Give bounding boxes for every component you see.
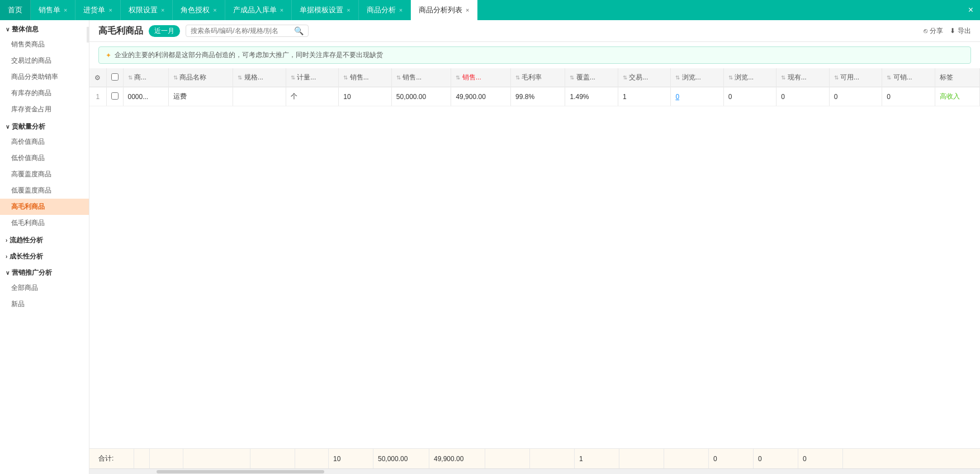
cell-trade-count: 1 xyxy=(618,87,670,106)
sidebar-group-trend[interactable]: › 流趋性分析 xyxy=(0,231,89,247)
table-header-row: ⚙ ⇅ 商... ⇅ 商品名称 xyxy=(89,68,980,87)
table-row: 1 0000... 运费 个 10 50,000.00 49,900.00 99… xyxy=(89,87,980,106)
th-current-stock[interactable]: ⇅ 现有... xyxy=(777,68,829,87)
content-header: 高毛利商品 近一月 🔍 ⎋ 分享 ⬇ 导出 xyxy=(89,20,980,42)
cell-code: 0000... xyxy=(123,87,168,106)
search-icon[interactable]: 🔍 xyxy=(294,26,304,35)
cell-tag: 高收入 xyxy=(935,87,979,106)
sidebar-item-in-stock-goods[interactable]: 有库存的商品 xyxy=(0,85,89,101)
data-table-container: ⚙ ⇅ 商... ⇅ 商品名称 xyxy=(89,68,980,448)
gear-icon[interactable]: ⚙ xyxy=(94,74,101,82)
sidebar-item-traded-goods[interactable]: 交易过的商品 xyxy=(0,53,89,69)
close-template-settings[interactable]: × xyxy=(347,7,350,13)
select-all-checkbox[interactable] xyxy=(111,73,119,81)
close-all-tabs[interactable]: × xyxy=(968,5,973,15)
total-cell-sales-amount: 50,000.00 xyxy=(373,449,429,468)
scrollbar-thumb[interactable] xyxy=(157,470,324,473)
th-sales-cost[interactable]: ⇅ 销售... xyxy=(451,68,511,87)
sidebar-group-growth[interactable]: › 成长性分析 xyxy=(0,247,89,264)
th-sales-qty[interactable]: ⇅ 销售... xyxy=(339,68,391,87)
total-cell-browse1 xyxy=(619,449,664,468)
sidebar: « ∨ 整体信息 销售类商品 交易过的商品 商品分类助销率 有库存的商品 库存资… xyxy=(0,20,89,474)
total-cell-sales-qty: 10 xyxy=(329,449,373,468)
th-coverage[interactable]: ⇅ 覆盖... xyxy=(565,68,618,87)
total-cell-spec xyxy=(250,449,295,468)
th-checkbox[interactable] xyxy=(106,68,123,87)
sidebar-item-category-sales-rate[interactable]: 商品分类助销率 xyxy=(0,69,89,85)
sidebar-item-all-goods[interactable]: 全部商品 xyxy=(0,280,89,296)
total-cell-sellable-stock: 0 xyxy=(798,449,843,468)
close-product-analysis[interactable]: × xyxy=(399,7,403,13)
nav-product-inbound[interactable]: 产成品入库单 × xyxy=(225,0,292,20)
sidebar-item-sales-goods[interactable]: 销售类商品 xyxy=(0,36,89,53)
row-checkbox[interactable] xyxy=(111,92,119,100)
total-cell-coverage xyxy=(530,449,575,468)
th-spec[interactable]: ⇅ 规格... xyxy=(233,68,286,87)
th-settings[interactable]: ⚙ xyxy=(89,68,106,87)
nav-purchase-order[interactable]: 进货单 × xyxy=(75,0,120,20)
main-layout: « ∨ 整体信息 销售类商品 交易过的商品 商品分类助销率 有库存的商品 库存资… xyxy=(0,20,980,474)
nav-permission-settings[interactable]: 权限设置 × xyxy=(121,0,173,20)
th-browse1[interactable]: ⇅ 浏览... xyxy=(671,68,723,87)
cell-index: 1 xyxy=(89,87,106,106)
total-cell-name xyxy=(183,449,250,468)
export-button[interactable]: ⬇ 导出 xyxy=(950,26,971,36)
sidebar-group-marketing[interactable]: ∨ 营销推广分析 xyxy=(0,264,89,280)
total-cell-code xyxy=(150,449,183,468)
cell-browse1[interactable]: 0 xyxy=(671,87,723,106)
cell-checkbox[interactable] xyxy=(106,87,123,106)
chevron-down-icon: ∨ xyxy=(6,26,10,32)
close-role-auth[interactable]: × xyxy=(213,7,216,13)
close-permission-settings[interactable]: × xyxy=(161,7,164,13)
cell-name: 运费 xyxy=(168,87,233,106)
sidebar-item-low-value[interactable]: 低价值商品 xyxy=(0,150,89,166)
sidebar-item-high-margin[interactable]: 高毛利商品 xyxy=(0,199,89,215)
total-cell-gross-margin xyxy=(485,449,530,468)
sidebar-item-high-value[interactable]: 高价值商品 xyxy=(0,134,89,150)
nav-home[interactable]: 首页 xyxy=(0,0,31,20)
th-available-stock[interactable]: ⇅ 可用... xyxy=(829,68,882,87)
chevron-right-icon: › xyxy=(6,254,7,260)
total-cell-index xyxy=(134,449,150,468)
cell-spec xyxy=(233,87,286,106)
share-icon: ⎋ xyxy=(924,27,927,35)
footer-total-row: 合计: 10 50,000.00 49,900.00 1 xyxy=(89,448,980,468)
sidebar-item-low-margin[interactable]: 低毛利商品 xyxy=(0,215,89,231)
data-table: ⚙ ⇅ 商... ⇅ 商品名称 xyxy=(89,68,980,106)
th-browse2[interactable]: ⇅ 浏览... xyxy=(723,68,776,87)
close-sales-order[interactable]: × xyxy=(64,7,67,13)
close-product-inbound[interactable]: × xyxy=(280,7,283,13)
cell-gross-margin: 99.8% xyxy=(511,87,565,106)
cell-available-stock: 0 xyxy=(829,87,882,106)
th-sellable-stock[interactable]: ⇅ 可销... xyxy=(882,68,935,87)
share-button[interactable]: ⎋ 分享 xyxy=(924,26,943,36)
sidebar-group-overall[interactable]: ∨ 整体信息 xyxy=(0,20,89,36)
search-box: 🔍 xyxy=(186,25,309,37)
th-gross-margin[interactable]: ⇅ 毛利率 xyxy=(511,68,565,87)
search-input[interactable] xyxy=(191,27,294,35)
nav-role-auth[interactable]: 角色授权 × xyxy=(173,0,225,20)
sidebar-item-new-goods[interactable]: 新品 xyxy=(0,296,89,312)
nav-product-analysis[interactable]: 商品分析 × xyxy=(359,0,411,20)
period-button[interactable]: 近一月 xyxy=(149,25,180,37)
sidebar-group-contribution[interactable]: ∨ 贡献量分析 xyxy=(0,118,89,134)
th-code[interactable]: ⇅ 商... xyxy=(123,68,168,87)
th-unit[interactable]: ⇅ 计量... xyxy=(286,68,338,87)
sidebar-item-high-coverage[interactable]: 高覆盖度商品 xyxy=(0,166,89,182)
chevron-right-icon: › xyxy=(6,237,7,243)
th-sales-amount[interactable]: ⇅ 销售... xyxy=(391,68,451,87)
th-tag[interactable]: 标签 xyxy=(935,68,979,87)
nav-product-analysis-list[interactable]: 商品分析列表 × xyxy=(411,0,477,20)
sidebar-collapse-button[interactable]: « xyxy=(87,27,89,43)
close-purchase-order[interactable]: × xyxy=(108,7,112,13)
th-trade-count[interactable]: ⇅ 交易... xyxy=(618,68,670,87)
chevron-down-icon: ∨ xyxy=(6,270,10,276)
sidebar-item-low-coverage[interactable]: 低覆盖度商品 xyxy=(0,182,89,199)
nav-template-settings[interactable]: 单据模板设置 × xyxy=(292,0,358,20)
close-product-analysis-list[interactable]: × xyxy=(466,7,469,13)
nav-sales-order[interactable]: 销售单 × xyxy=(31,0,75,20)
horizontal-scrollbar[interactable] xyxy=(89,468,980,474)
th-name[interactable]: ⇅ 商品名称 xyxy=(168,68,233,87)
total-cell-trade-count: 1 xyxy=(575,449,619,468)
sidebar-item-stock-capital[interactable]: 库存资金占用 xyxy=(0,101,89,118)
